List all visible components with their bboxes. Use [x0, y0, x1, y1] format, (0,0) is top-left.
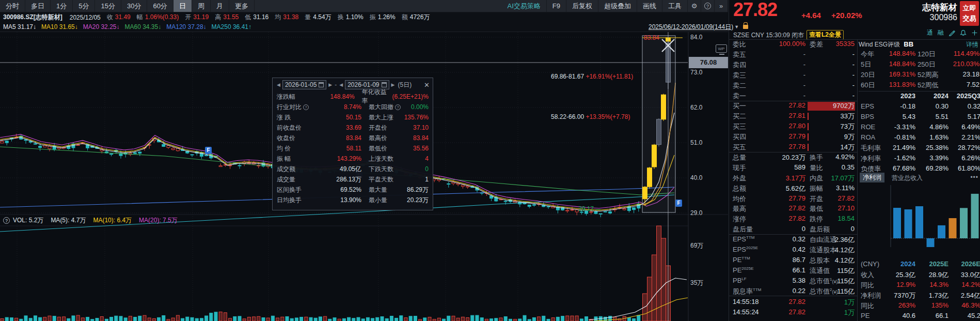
quote-row: 总额5.62亿振幅3.11% [729, 184, 857, 194]
dividend-event-marker[interactable]: F [205, 147, 212, 154]
period-tab-分时[interactable]: 分时 [0, 0, 25, 12]
chevron-down-icon[interactable]: ▼ [734, 24, 739, 29]
range-stats-rows: 涨跌幅148.84%年化收益率(6.25E+21)%行业对比?8.74%最大回撤… [273, 91, 433, 205]
wind-return-row: 20日169.31%52周高23.18 [859, 70, 980, 81]
quote-row: PE2025E66.1流通值115亿 [729, 266, 857, 277]
range-annotation: 69.86-81.67 +16.91%(+11.81) [551, 73, 633, 80]
volume-legend: ?VOL: 5.2万MA(5): 4.7万MA(10): 6.4万MA(20):… [3, 216, 185, 225]
period-tab-更多[interactable]: 更多 [229, 0, 255, 12]
next-date-icon[interactable]: ▶ [328, 82, 332, 87]
low-price-label: 29.17 — [578, 205, 600, 212]
volume-axis-tick: 35万 [690, 279, 703, 287]
volume-legend-item: MA(20): 7.5万 [139, 216, 178, 225]
tab-net-profit[interactable]: 净利润 [860, 173, 884, 182]
period-tab-月[interactable]: 月 [211, 0, 229, 12]
ma-legend-MA250: MA250 36.41↑ [212, 23, 251, 30]
margin-tag-融: 融 [938, 28, 944, 37]
high-price-label: 83.84 [644, 34, 659, 41]
range-stat-row: 区间换手69.52%最大量86.29万 [273, 185, 433, 195]
price-change: +4.64 [801, 11, 821, 20]
toolbar-item-超级叠加[interactable]: 超级叠加 [598, 0, 637, 12]
range-stat-row: 成交量286.13万平盘天数1 [273, 174, 433, 185]
bell-icon[interactable] [960, 29, 967, 36]
edit-icon[interactable] [949, 29, 955, 36]
period-tab-5分[interactable]: 5分 [73, 0, 95, 12]
range-stat-row: 涨 跌50.15最大上涨135.76% [273, 112, 433, 123]
period-tab-30分[interactable]: 30分 [121, 0, 147, 12]
wind-return-row: 5日148.84%250日210.03% [859, 60, 980, 70]
range-stat-row: 涨跌幅148.84%年化收益率(6.25E+21)% [273, 91, 433, 102]
ma-legend-MA60: MA60 34.35↓ [124, 23, 161, 30]
range-stat-row: 前收盘价33.69开盘价37.10 [273, 123, 433, 133]
toolbar-item-后复权[interactable]: 后复权 [566, 0, 598, 12]
field-label-开: 开 [185, 13, 191, 21]
help-icon[interactable]: ? [3, 217, 10, 224]
range-stat-row: 振 幅143.29%上涨天数4 [273, 154, 433, 164]
ma-legend-MA5: MA5 31.17↓ [3, 23, 36, 30]
period-tab-周[interactable]: 周 [192, 0, 211, 12]
quote-row: 均价27.79开盘27.82 [729, 194, 857, 205]
financial-row: 毛利率21.49%25.38%28.72% [859, 144, 980, 154]
price-axis-tick: 40.0 [690, 174, 702, 181]
wind-terminal-window: 分时多日1分5分15分30分60分日周月更多AI交易策略F9后复权超级叠加画线工… [0, 0, 980, 321]
stock-code: 300986 [930, 13, 957, 22]
tick-row: 14:55:2427.821万 [729, 308, 857, 318]
last-price: 27.82 [733, 0, 777, 21]
prev-date-icon[interactable]: ◀ [277, 82, 280, 87]
trade-now-button[interactable]: 立即交易 [960, 1, 979, 26]
financial-row: EPS-0.180.300.32 [859, 102, 980, 113]
toolbar-more-icon[interactable]: » [715, 0, 728, 12]
range-stat-row: 行业对比?8.74%最大回撤?0.00% [273, 102, 433, 112]
forecast-header: (CNY)20242025E2026E [859, 260, 980, 270]
prev-date-icon[interactable]: ◀ [339, 82, 343, 87]
period-tab-日[interactable]: 日 [173, 0, 192, 12]
more-tabs-icon[interactable]: ••• [970, 174, 978, 181]
field-label-收: 收 [107, 13, 113, 21]
period-tab-60分[interactable]: 60分 [147, 0, 173, 12]
toolbar-item-画线[interactable]: 画线 [637, 0, 662, 12]
order-book-row: 卖五-- [729, 50, 857, 60]
period-tab-15分[interactable]: 15分 [95, 0, 121, 12]
wind-esg-header: Wind ESG评级 BB 详情 [859, 40, 980, 49]
volume-legend-item: VOL: 5.2万 [13, 216, 43, 225]
detail-link[interactable]: 详情 [966, 40, 978, 49]
financial-row: ROA-0.81%1.63%2.21% [859, 133, 980, 144]
field-label-幅: 幅 [137, 13, 143, 21]
order-book-row: 买二27.8133万 [729, 112, 857, 122]
period-tab-1分[interactable]: 1分 [51, 0, 73, 12]
l2-panorama-link[interactable]: 查看L2全景 [807, 30, 844, 40]
stock-name: 志特新材 [922, 2, 957, 13]
quote-row: 涨停27.82跌停18.54 [729, 215, 857, 225]
price-axis-tick: 84.0 [690, 34, 702, 41]
toolbar-item-AI交易策略[interactable]: AI交易策略 [502, 0, 547, 12]
volume-axis-tick: 69万 [690, 241, 703, 250]
close-icon[interactable]: ✕ [424, 81, 430, 89]
quote-row: 委比100.00%委差35335 [729, 40, 857, 50]
field-label-低: 低 [245, 13, 251, 21]
help-icon[interactable]: ? [701, 0, 715, 12]
quote-row: PBLF5.38总市值1(¥)115亿 [729, 277, 857, 287]
range-annotation: 58.22-66.00 +13.35%(+7.78) [551, 113, 630, 120]
date-range-selector[interactable]: 2025/06/12-2026/01/09(144日) ▼ [649, 22, 778, 32]
lock-icon[interactable] [743, 25, 748, 29]
esg-rating: BB [904, 40, 913, 48]
wind-pc-icon[interactable]: WP [716, 44, 728, 58]
toolbar-item-工具[interactable]: 工具 [662, 0, 688, 12]
start-date-picker[interactable]: 2026-01-05 [282, 80, 326, 89]
price-axis-tick: 29.0 [690, 209, 702, 217]
price-change-pct: +20.02% [831, 11, 862, 20]
forecast-row: 同比12.9%14.3%14.2% [859, 281, 980, 291]
field-label-高: 高 [215, 13, 221, 21]
quote-date: 2025/12/05 [70, 14, 101, 21]
toolbar-item-F9[interactable]: F9 [547, 0, 566, 12]
range-stat-row: 均 价58.11最低价35.56 [273, 143, 433, 154]
next-date-icon[interactable]: ▶ [391, 82, 395, 87]
period-tab-多日[interactable]: 多日 [25, 0, 51, 12]
add-icon[interactable] [971, 29, 978, 36]
gear-icon[interactable]: ⚙ [688, 0, 701, 12]
tab-total-revenue[interactable]: 营业总收入 [892, 174, 923, 182]
dividend-event-marker[interactable]: F [675, 200, 682, 207]
date-range-label[interactable]: 2025/06/12-2026/01/09(144日) [649, 23, 733, 32]
order-book-row: 买五27.7814万 [729, 143, 857, 153]
range-span-label: (5日) [398, 81, 412, 89]
